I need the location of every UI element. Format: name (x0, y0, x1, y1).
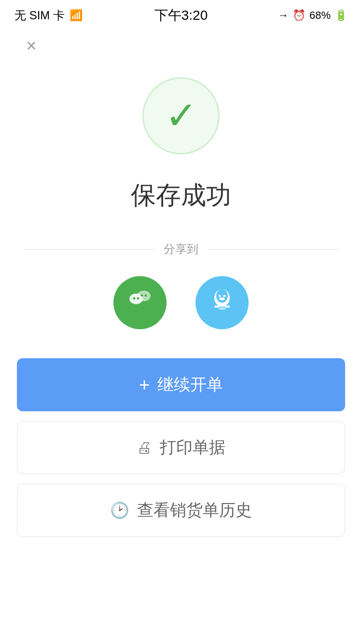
print-button[interactable]: 🖨 打印单据 (17, 421, 345, 474)
status-left: 无 SIM 卡 📶 (14, 8, 83, 23)
divider-right (208, 249, 338, 250)
battery-icon: 🔋 (334, 9, 348, 22)
wifi-icon: 📶 (70, 9, 83, 22)
status-right: → ⏰ 68% 🔋 (278, 9, 348, 22)
success-circle: ✓ (142, 77, 220, 154)
qq-share-button[interactable] (195, 276, 249, 329)
share-section: 分享到 (0, 241, 362, 329)
svg-point-7 (216, 289, 228, 303)
location-icon: → (278, 9, 289, 22)
close-button[interactable]: × (19, 34, 43, 58)
plus-icon: + (139, 375, 150, 395)
svg-point-3 (137, 297, 139, 300)
action-buttons: + 继续开单 🖨 打印单据 🕑 查看销货单历史 (17, 358, 345, 537)
status-bar: 无 SIM 卡 📶 下午3:20 → ⏰ 68% 🔋 (0, 0, 362, 29)
svg-point-5 (145, 294, 147, 297)
share-divider-row: 分享到 (0, 241, 362, 257)
continue-label: 继续开单 (157, 374, 223, 396)
history-button[interactable]: 🕑 查看销货单历史 (17, 484, 345, 537)
svg-point-9 (223, 295, 226, 297)
status-time: 下午3:20 (154, 6, 208, 25)
wechat-icon (125, 285, 154, 320)
svg-point-2 (133, 297, 136, 300)
svg-point-10 (219, 297, 225, 300)
printer-icon: 🖨 (137, 439, 152, 457)
continue-order-button[interactable]: + 继续开单 (17, 358, 345, 411)
no-sim-text: 无 SIM 卡 (14, 8, 65, 23)
alarm-icon: ⏰ (292, 9, 306, 22)
main-content: ✓ 保存成功 分享到 (0, 29, 362, 644)
share-label: 分享到 (154, 241, 208, 257)
print-label: 打印单据 (160, 436, 225, 459)
svg-point-8 (219, 295, 221, 297)
battery-text: 68% (309, 9, 331, 22)
success-title: 保存成功 (131, 179, 231, 212)
divider-left (24, 249, 154, 250)
wechat-share-button[interactable] (113, 276, 167, 329)
svg-point-14 (218, 307, 226, 310)
qq-icon (208, 285, 237, 320)
svg-point-1 (137, 291, 151, 301)
share-icons-row (113, 276, 249, 329)
history-label: 查看销货单历史 (137, 499, 252, 521)
svg-rect-12 (214, 306, 219, 308)
close-icon: × (26, 37, 36, 55)
svg-point-4 (141, 294, 143, 297)
svg-rect-11 (218, 304, 226, 307)
checkmark-icon: ✓ (165, 97, 197, 135)
clock-icon: 🕑 (110, 501, 129, 519)
svg-rect-13 (225, 306, 230, 308)
